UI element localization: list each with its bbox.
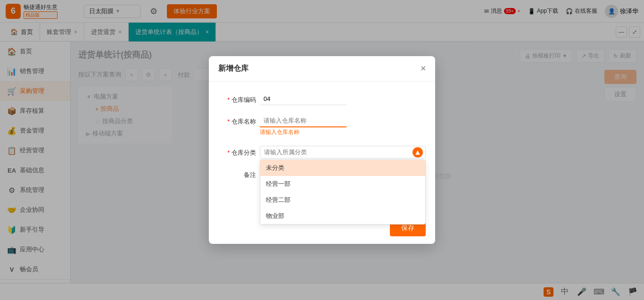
form-row-code: * 仓库编码	[218, 93, 426, 105]
content-area: 进货单统计(按商品) 🖨 按模板打印 ▼ ↗ 导出 ↻ 刷新 查	[71, 42, 644, 300]
dropdown-item-dept1[interactable]: 经营一部	[260, 176, 425, 192]
name-input-wrap: 请输入仓库名称	[260, 115, 426, 136]
form-row-name: * 仓库名称 请输入仓库名称	[218, 115, 426, 136]
category-dropdown: 未分类 经营一部 经营二部 物业部	[260, 159, 426, 225]
code-label: * 仓库编码	[218, 93, 256, 104]
code-input-wrap	[260, 93, 426, 105]
dialog: 新增仓库 × * 仓库编码	[209, 56, 435, 244]
main-layout: 🏠 首页 📊 销售管理 🛒 采购管理 📦 库存核算 💰 资金管理 📋 经营管理 …	[0, 42, 644, 300]
dialog-title: 新增仓库	[218, 64, 248, 74]
note-label: 备注	[218, 168, 256, 179]
category-label: * 仓库分类	[218, 146, 256, 157]
name-error-hint: 请输入仓库名称	[260, 128, 426, 136]
code-input[interactable]	[260, 93, 347, 105]
form-row-category: * 仓库分类 ▲ 未分类 经营一部 经营二部 物业部	[218, 146, 426, 158]
dialog-close-button[interactable]: ×	[421, 64, 426, 74]
dialog-body: * 仓库编码 * 仓库名称	[209, 82, 435, 215]
category-input[interactable]	[260, 146, 426, 158]
dialog-overlay: 新增仓库 × * 仓库编码	[71, 42, 644, 300]
category-input-wrap: ▲ 未分类 经营一部 经营二部 物业部	[260, 146, 426, 158]
name-input[interactable]	[260, 115, 347, 127]
category-toggle-button[interactable]: ▲	[413, 147, 423, 158]
dialog-header: 新增仓库 ×	[209, 56, 435, 82]
dropdown-item-none[interactable]: 未分类	[260, 160, 425, 176]
dropdown-item-dept2[interactable]: 经营二部	[260, 192, 425, 208]
name-label: * 仓库名称	[218, 115, 256, 126]
dropdown-item-property[interactable]: 物业部	[260, 208, 425, 224]
